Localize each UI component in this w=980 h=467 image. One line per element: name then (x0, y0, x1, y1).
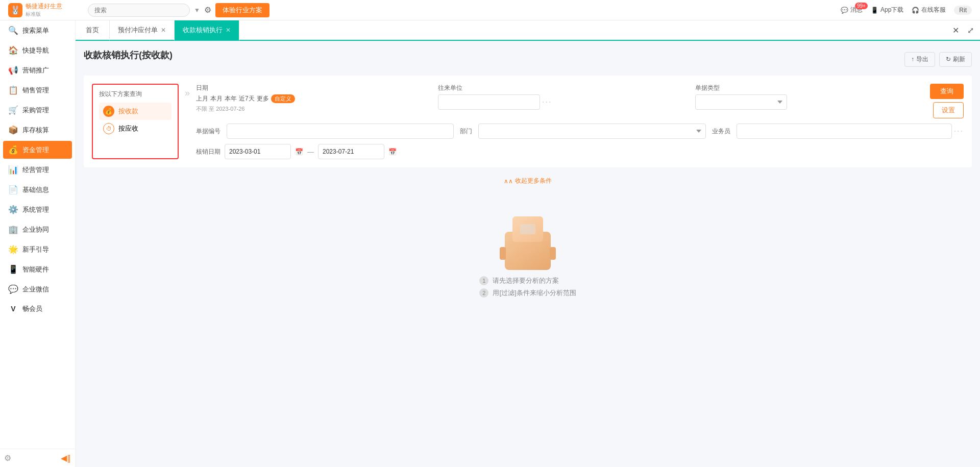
gear-icon[interactable]: ⚙ (204, 5, 211, 15)
sidebar: 🔍 搜索菜单 🏠 快捷导航 📢 营销推广 📋 销售管理 🛒 采购管理 📦 (0, 20, 76, 467)
page-content: 收款核销执行(按收款) ↑ 导出 ↻ 刷新 按以下方案查询 (76, 41, 980, 467)
sidebar-settings-icon[interactable]: ⚙ (4, 453, 11, 463)
solution-button[interactable]: 体验行业方案 (215, 3, 270, 17)
sidebar-item-quick-nav[interactable]: 🏠 快捷导航 (0, 40, 75, 60)
empty-step-2: 2 用[过滤]条件来缩小分析范围 (479, 288, 576, 298)
sidebar-label-purchase: 采购管理 (22, 106, 49, 115)
hardware-icon: 📱 (8, 264, 18, 274)
date-label: 日期 (196, 84, 295, 92)
filter-panel-title: 按以下方案查询 (99, 90, 172, 99)
wechat-icon: 💬 (8, 284, 18, 294)
sidebar-label-inventory: 库存核算 (22, 126, 49, 135)
by-collection-label: 按收款 (118, 107, 138, 116)
sidebar-label-wechat: 企业微信 (22, 285, 49, 294)
sidebar-item-enterprise[interactable]: 🏢 企业协同 (0, 219, 75, 239)
bill-no-input[interactable] (227, 124, 454, 139)
prepay-tab-label: 预付冲应付单 (118, 26, 158, 35)
date-tab-last-month[interactable]: 上月 (196, 94, 208, 103)
guide-icon: 🌟 (8, 244, 18, 254)
date-tab-7days[interactable]: 近7天 (239, 94, 255, 103)
date-tab-custom[interactable]: 自定义 (271, 94, 295, 103)
service-button[interactable]: 🎧 在线客服 (912, 6, 946, 14)
search-menu-icon: 🔍 (8, 26, 18, 35)
sidebar-footer: ⚙ ◀‖ (0, 449, 75, 467)
sidebar-item-basic-info[interactable]: 📄 基础信息 (0, 180, 75, 200)
finance-icon: 💰 (8, 145, 18, 155)
sidebar-item-hardware[interactable]: 📱 智能硬件 (0, 259, 75, 279)
by-receivable-icon: ⏱ (103, 123, 114, 134)
basic-info-icon: 📄 (8, 185, 18, 194)
tab-expand-button[interactable]: ⤢ (965, 23, 976, 37)
date-nolimit: 不限 至 2023-07-26 (196, 105, 295, 113)
app-download-button[interactable]: 📱 App下载 (871, 6, 903, 14)
tab-prepay[interactable]: 预付冲应付单 ✕ (110, 20, 175, 40)
date-tab-this-month[interactable]: 本月 (210, 94, 223, 103)
filter-collapse-icon[interactable]: » (185, 88, 190, 99)
marketing-icon: 📢 (8, 65, 18, 75)
counterpart-label: 往来单位 (438, 84, 552, 92)
brand-name: 畅捷通好生意 (26, 2, 62, 11)
query-button[interactable]: 查询 (930, 84, 964, 99)
sidebar-item-sales[interactable]: 📋 销售管理 (0, 80, 75, 100)
sidebar-label-guide: 新手引导 (22, 245, 49, 254)
counterpart-input[interactable] (438, 94, 540, 110)
counterpart-dots-icon[interactable]: ··· (542, 97, 552, 107)
empty-step-1: 1 请先选择要分析的方案 (479, 276, 576, 285)
export-button[interactable]: ↑ 导出 (904, 52, 935, 67)
sidebar-label-basic-info: 基础信息 (22, 185, 49, 194)
sidebar-item-search-menu[interactable]: 🔍 搜索菜单 (0, 20, 75, 40)
prepay-tab-close-icon[interactable]: ✕ (161, 27, 166, 34)
tab-collection[interactable]: 收款核销执行 ✕ (175, 20, 239, 40)
verify-date-start-input[interactable] (225, 144, 291, 159)
filter-option-by-receivable[interactable]: ⏱ 按应收 (99, 120, 172, 137)
message-button[interactable]: 💬 消息 99+ (841, 6, 863, 14)
sidebar-label-search-menu: 搜索菜单 (22, 26, 49, 35)
date-range-separator: — (307, 148, 314, 156)
sidebar-item-guide[interactable]: 🌟 新手引导 (0, 239, 75, 259)
tab-home[interactable]: 首页 (76, 20, 110, 40)
setting-button[interactable]: 设置 (933, 102, 964, 118)
sidebar-item-purchase[interactable]: 🛒 采购管理 (0, 100, 75, 120)
sidebar-label-finance: 资金管理 (22, 145, 49, 155)
content-area: 首页 预付冲应付单 ✕ 收款核销执行 ✕ ✕ ⤢ 收款核销执行(按收款) (76, 20, 980, 467)
app-icon: 📱 (871, 7, 878, 14)
search-dropdown-icon[interactable]: ▼ (194, 7, 200, 14)
tab-bar-actions: ✕ ⤢ (950, 23, 980, 37)
collapse-more-button[interactable]: ∧∧ 收起更多条件 (504, 177, 552, 185)
dept-select[interactable] (478, 124, 705, 139)
bill-no-label: 单据编号 (196, 127, 220, 136)
sidebar-item-operation[interactable]: 📊 经营管理 (0, 160, 75, 180)
sidebar-label-hardware: 智能硬件 (22, 265, 49, 274)
sidebar-label-quick-nav: 快捷导航 (22, 46, 49, 55)
verify-date-start-cal-icon[interactable]: 📅 (295, 148, 303, 156)
filter-option-by-collection[interactable]: 💰 按收款 (99, 103, 172, 120)
sidebar-label-sales: 销售管理 (22, 86, 49, 95)
purchase-icon: 🛒 (8, 105, 18, 115)
verify-date-end-cal-icon[interactable]: 📅 (388, 148, 397, 156)
sidebar-label-operation: 经营管理 (22, 165, 49, 175)
staff-input[interactable] (737, 124, 952, 139)
collapse-up-icon: ∧∧ (504, 178, 513, 185)
service-icon: 🎧 (912, 7, 919, 14)
enterprise-icon: 🏢 (8, 225, 18, 234)
date-tab-more[interactable]: 更多 (257, 94, 269, 103)
search-input[interactable] (88, 4, 190, 17)
sidebar-item-wechat[interactable]: 💬 企业微信 (0, 279, 75, 299)
refresh-button[interactable]: ↻ 刷新 (939, 52, 972, 67)
sidebar-nav: 🔍 搜索菜单 🏠 快捷导航 📢 营销推广 📋 销售管理 🛒 采购管理 📦 (0, 20, 75, 449)
verify-date-end-input[interactable] (318, 144, 384, 159)
sidebar-item-marketing[interactable]: 📢 营销推广 (0, 60, 75, 80)
user-button[interactable]: Rit (954, 6, 972, 15)
bill-type-select[interactable] (695, 94, 787, 110)
sidebar-item-member[interactable]: V 畅会员 (0, 299, 75, 318)
collection-tab-close-icon[interactable]: ✕ (226, 27, 231, 34)
collapse-more-area: ∧∧ 收起更多条件 (84, 174, 972, 188)
sidebar-item-inventory[interactable]: 📦 库存核算 (0, 120, 75, 140)
sidebar-item-system[interactable]: ⚙️ 系统管理 (0, 200, 75, 219)
staff-label: 业务员 (712, 127, 730, 136)
staff-dots-icon[interactable]: ··· (954, 127, 964, 136)
tab-close-all-button[interactable]: ✕ (950, 23, 961, 37)
sidebar-collapse-icon[interactable]: ◀‖ (61, 453, 71, 463)
date-tab-this-year[interactable]: 本年 (225, 94, 237, 103)
sidebar-item-finance[interactable]: 💰 资金管理 (3, 141, 72, 159)
